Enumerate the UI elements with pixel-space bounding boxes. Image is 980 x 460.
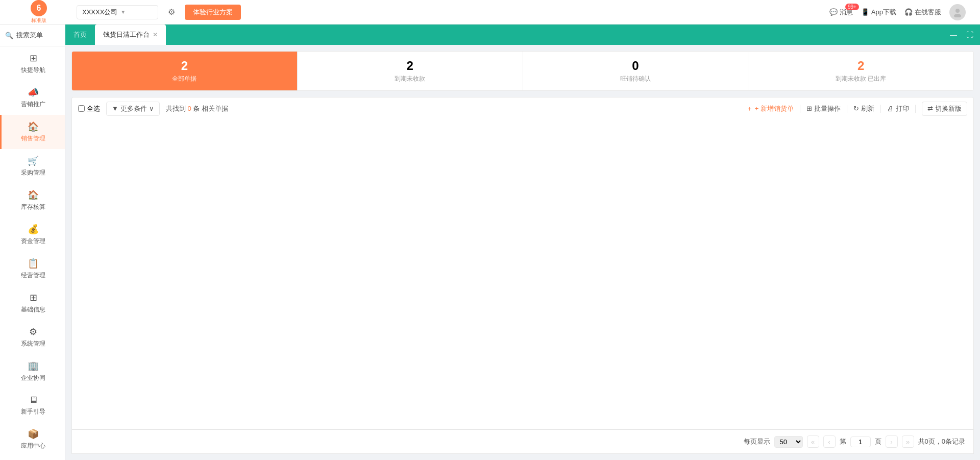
sidebar-label-enterprise: 企业协同 bbox=[21, 374, 45, 382]
app-download-button[interactable]: 📱 App下载 bbox=[861, 8, 896, 17]
sidebar-item-purchase[interactable]: 🛒 采购管理 bbox=[0, 149, 65, 183]
last-page-button[interactable]: » bbox=[902, 435, 914, 448]
tab-cashflow[interactable]: 钱货日清工作台 ✕ bbox=[95, 25, 166, 45]
count-unit: 条 bbox=[193, 105, 200, 112]
select-all-input[interactable] bbox=[78, 105, 85, 112]
sidebar-item-app-center[interactable]: 📦 应用中心 bbox=[0, 422, 65, 456]
first-page-button[interactable]: « bbox=[807, 435, 819, 448]
logo-subtext: 标准版 bbox=[31, 17, 46, 24]
online-service-button[interactable]: 🎧 在线客服 bbox=[904, 8, 941, 17]
stat-num-all: 2 bbox=[82, 59, 287, 74]
main: 首页 钱货日清工作台 ✕ — ⛶ 2 全部单据 2 到期未收款 bbox=[65, 25, 980, 460]
content: 2 全部单据 2 到期未收款 0 旺铺待确认 2 到期未收款 已出库 bbox=[65, 45, 980, 460]
sidebar: 🔍 搜索菜单 ⊞ 快捷导航 📣 营销推广 🏠 销售管理 🛒 采购管理 🏠 库存核… bbox=[0, 25, 65, 460]
print-button[interactable]: 🖨 打印 bbox=[887, 104, 909, 113]
operation-icon: 📋 bbox=[28, 258, 39, 269]
settings-button[interactable]: ⚙ bbox=[163, 4, 180, 20]
stat-card-shipped[interactable]: 2 到期未收款 已出库 bbox=[748, 52, 973, 90]
sidebar-label-purchase: 采购管理 bbox=[21, 168, 45, 177]
sidebar-item-marketing[interactable]: 📣 营销推广 bbox=[0, 81, 65, 115]
tabs-controls: — ⛶ bbox=[947, 29, 980, 41]
divider-3 bbox=[880, 105, 881, 113]
guide-icon: 🖥 bbox=[29, 395, 38, 405]
add-icon: ＋ bbox=[746, 104, 753, 113]
switch-label: 切换新版 bbox=[935, 104, 962, 113]
sidebar-item-finance[interactable]: 💰 资金管理 bbox=[0, 217, 65, 252]
stat-label-shipped: 到期未收款 已出库 bbox=[758, 75, 963, 83]
inventory-icon: 🏠 bbox=[28, 189, 39, 201]
select-all-checkbox[interactable]: 全选 bbox=[78, 104, 100, 113]
sidebar-item-inventory[interactable]: 🏠 库存核算 bbox=[0, 183, 65, 217]
message-button[interactable]: 💬 消息 99+ bbox=[829, 8, 853, 17]
tab-minimize-button[interactable]: — bbox=[947, 29, 960, 41]
count-text: 共找到 0 条 相关单据 bbox=[166, 104, 228, 113]
select-all-label: 全选 bbox=[87, 104, 100, 113]
stat-card-pending[interactable]: 0 旺铺待确认 bbox=[523, 52, 749, 90]
search-label: 搜索菜单 bbox=[16, 31, 43, 40]
tab-cashflow-label: 钱货日清工作台 bbox=[103, 30, 150, 39]
tabs-bar: 首页 钱货日清工作台 ✕ — ⛶ bbox=[65, 25, 980, 45]
sidebar-item-enterprise[interactable]: 🏢 企业协同 bbox=[0, 354, 65, 389]
page-input[interactable] bbox=[850, 437, 871, 447]
marketing-icon: 📣 bbox=[28, 87, 39, 98]
trial-button[interactable]: 体验行业方案 bbox=[185, 5, 241, 20]
sidebar-item-quick-nav[interactable]: ⊞ 快捷导航 bbox=[0, 46, 65, 81]
header-right: 💬 消息 99+ 📱 App下载 🎧 在线客服 bbox=[829, 4, 974, 20]
sidebar-label-basic-info: 基础信息 bbox=[21, 305, 45, 314]
app-label: App下载 bbox=[871, 8, 896, 17]
switch-icon: ⇄ bbox=[927, 105, 933, 112]
sidebar-item-wecom[interactable]: 💬 企业微信 bbox=[0, 456, 65, 460]
batch-op-button[interactable]: ⊞ 批量操作 bbox=[806, 104, 841, 113]
sidebar-label-marketing: 营销推广 bbox=[21, 100, 45, 109]
stat-num-pending: 0 bbox=[533, 59, 738, 74]
sidebar-item-basic-info[interactable]: ⊞ 基础信息 bbox=[0, 286, 65, 320]
enterprise-icon: 🏢 bbox=[28, 360, 39, 372]
system-icon: ⚙ bbox=[29, 326, 37, 337]
toolbar: 全选 ▼ 更多条件 ∨ 共找到 0 条 相关单据 bbox=[71, 97, 974, 120]
sidebar-item-guide[interactable]: 🖥 新手引导 bbox=[0, 389, 65, 422]
sidebar-item-sales[interactable]: 🏠 销售管理 bbox=[0, 115, 65, 149]
basic-info-icon: ⊞ bbox=[30, 292, 37, 303]
next-page-button[interactable]: › bbox=[886, 435, 898, 448]
message-badge: 99+ bbox=[845, 4, 859, 10]
stat-cards: 2 全部单据 2 到期未收款 0 旺铺待确认 2 到期未收款 已出库 bbox=[71, 51, 974, 91]
stat-num-overdue: 2 bbox=[308, 59, 512, 74]
purchase-icon: 🛒 bbox=[28, 155, 39, 166]
filter-button[interactable]: ▼ 更多条件 ∨ bbox=[106, 102, 160, 116]
chevron-down-icon: ▼ bbox=[120, 9, 126, 15]
refresh-label: 刷新 bbox=[861, 104, 874, 113]
pagination-summary: 共0页，0条记录 bbox=[918, 437, 965, 446]
stat-label-all: 全部单据 bbox=[82, 75, 287, 83]
stat-label-overdue: 到期未收款 bbox=[308, 75, 512, 83]
refresh-icon: ↻ bbox=[853, 105, 859, 112]
sidebar-label-finance: 资金管理 bbox=[21, 237, 45, 246]
company-selector[interactable]: XXXXX公司 ▼ bbox=[77, 5, 158, 19]
add-order-button[interactable]: ＋ + 新增销货单 bbox=[746, 104, 794, 113]
batch-label: 批量操作 bbox=[814, 104, 841, 113]
stat-card-overdue[interactable]: 2 到期未收款 bbox=[298, 52, 523, 90]
sidebar-label-guide: 新手引导 bbox=[21, 407, 45, 416]
svg-point-0 bbox=[955, 9, 960, 13]
stat-card-all[interactable]: 2 全部单据 bbox=[72, 52, 298, 90]
message-icon: 💬 bbox=[829, 8, 838, 16]
svg-point-1 bbox=[954, 14, 961, 17]
stat-label-pending: 旺铺待确认 bbox=[533, 75, 738, 83]
prev-page-button[interactable]: ‹ bbox=[823, 435, 836, 448]
quick-nav-icon: ⊞ bbox=[30, 53, 37, 64]
tab-close-icon[interactable]: ✕ bbox=[153, 31, 158, 38]
divider-1 bbox=[800, 105, 800, 113]
service-icon: 🎧 bbox=[904, 8, 913, 16]
sidebar-item-operation[interactable]: 📋 经营管理 bbox=[0, 252, 65, 286]
per-page-select[interactable]: 50 100 bbox=[774, 436, 803, 448]
toolbar-left: 全选 ▼ 更多条件 ∨ 共找到 0 条 相关单据 bbox=[78, 102, 228, 116]
logo: 6 标准版 bbox=[6, 0, 71, 24]
count-prefix: 共找到 bbox=[166, 105, 186, 112]
sidebar-search[interactable]: 🔍 搜索菜单 bbox=[0, 25, 65, 46]
switch-version-button[interactable]: ⇄ 切换新版 bbox=[922, 102, 967, 116]
tab-home[interactable]: 首页 bbox=[65, 25, 95, 45]
tab-maximize-button[interactable]: ⛶ bbox=[964, 29, 976, 41]
refresh-button[interactable]: ↻ 刷新 bbox=[853, 104, 874, 113]
avatar[interactable] bbox=[949, 4, 966, 20]
sidebar-item-system[interactable]: ⚙ 系统管理 bbox=[0, 320, 65, 354]
tab-home-label: 首页 bbox=[74, 30, 87, 39]
